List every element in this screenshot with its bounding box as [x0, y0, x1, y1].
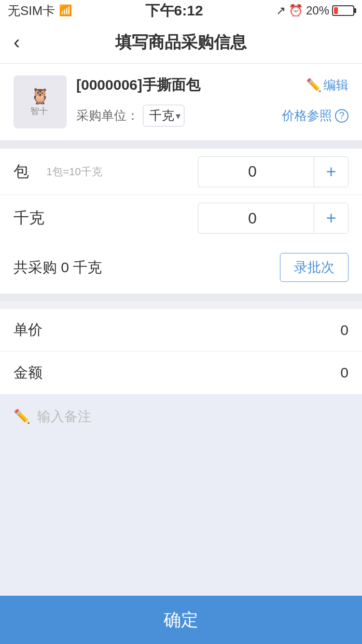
product-name-row: [0000006]手撕面包 ✏️ 编辑	[76, 75, 348, 95]
battery-percent: 20%	[306, 4, 329, 17]
edit-button[interactable]: ✏️ 编辑	[306, 77, 348, 94]
status-bar: 无SIM卡 📶 下午6:12 ↗ ⏰ 20%	[0, 0, 362, 21]
summary-text: 共采购 0 千克	[14, 258, 102, 278]
kg-input-row: 千克 +	[0, 195, 362, 241]
section-divider-1	[0, 141, 362, 149]
bag-input-right: +	[198, 156, 348, 187]
battery-fill	[334, 7, 338, 14]
batch-button[interactable]: 录批次	[280, 253, 348, 282]
back-button[interactable]: ‹	[14, 31, 20, 53]
alarm-icon: ⏰	[289, 4, 303, 17]
product-name: [0000006]手撕面包	[76, 75, 200, 95]
notes-section[interactable]: ✏️ 输入备注	[0, 394, 362, 518]
kg-quantity-input[interactable]	[198, 203, 314, 234]
price-section: 单价 0 金额 0	[0, 309, 362, 394]
price-ref-button[interactable]: 价格参照 ?	[282, 107, 348, 124]
kg-input-right: +	[198, 203, 348, 234]
bag-input-row: 包 1包=10千克 +	[0, 149, 362, 195]
unit-selector[interactable]: 千克	[143, 105, 184, 126]
amount-label: 金额	[14, 363, 42, 383]
unit-price-row: 单价 0	[0, 309, 362, 351]
location-icon: ↗	[276, 4, 286, 17]
product-name-text: 手撕面包	[142, 77, 200, 93]
kg-plus-button[interactable]: +	[314, 203, 348, 234]
amount-row: 金额 0	[0, 351, 362, 394]
pencil-icon: ✏️	[14, 408, 30, 424]
summary-amount-value: 0	[61, 259, 69, 275]
bag-label: 包	[14, 161, 42, 182]
section-divider-2	[0, 294, 362, 301]
status-time: 下午6:12	[145, 1, 203, 21]
unit-select-value[interactable]: 千克	[143, 105, 184, 126]
notes-placeholder: 输入备注	[37, 407, 91, 426]
kg-label: 千克	[14, 208, 44, 229]
summary-unit: 千克	[73, 259, 102, 275]
unit-label: 采购单位：	[76, 107, 139, 124]
page-title: 填写商品采购信息	[115, 31, 247, 54]
summary-prefix: 共采购	[14, 259, 57, 275]
edit-label: 编辑	[323, 77, 348, 94]
wifi-icon: 📶	[59, 4, 72, 17]
bag-quantity-input[interactable]	[198, 156, 314, 187]
content-area: 🦉 智十 [0000006]手撕面包 ✏️ 编辑 采购单位： 千克	[0, 64, 362, 596]
unit-row: 采购单位： 千克 价格参照 ?	[76, 105, 348, 126]
product-id: [0000006]	[76, 77, 142, 93]
unit-price-label: 单价	[14, 320, 42, 340]
bag-sublabel: 1包=10千克	[46, 165, 102, 179]
status-left: 无SIM卡 📶	[8, 2, 72, 19]
carrier-text: 无SIM卡	[8, 2, 55, 19]
owl-logo: 🦉 智十	[30, 87, 50, 117]
confirm-button[interactable]: 确定	[0, 596, 362, 644]
edit-icon: ✏️	[306, 78, 321, 93]
owl-text: 智十	[30, 105, 50, 117]
spacer	[0, 518, 362, 596]
nav-bar: ‹ 填写商品采购信息	[0, 21, 362, 64]
product-thumbnail: 🦉 智十	[14, 75, 67, 128]
amount-value: 0	[340, 364, 348, 381]
product-card: 🦉 智十 [0000006]手撕面包 ✏️ 编辑 采购单位： 千克	[0, 64, 362, 140]
battery-icon	[332, 5, 354, 16]
help-icon: ?	[335, 109, 348, 123]
input-section: 包 1包=10千克 + 千克 +	[0, 149, 362, 241]
price-ref-label: 价格参照	[282, 107, 332, 124]
summary-row: 共采购 0 千克 录批次	[0, 241, 362, 294]
product-info: [0000006]手撕面包 ✏️ 编辑 采购单位： 千克 价格参照 ?	[76, 75, 348, 126]
status-right: ↗ ⏰ 20%	[276, 4, 354, 17]
bag-plus-button[interactable]: +	[314, 156, 348, 187]
unit-price-value: 0	[340, 322, 348, 338]
